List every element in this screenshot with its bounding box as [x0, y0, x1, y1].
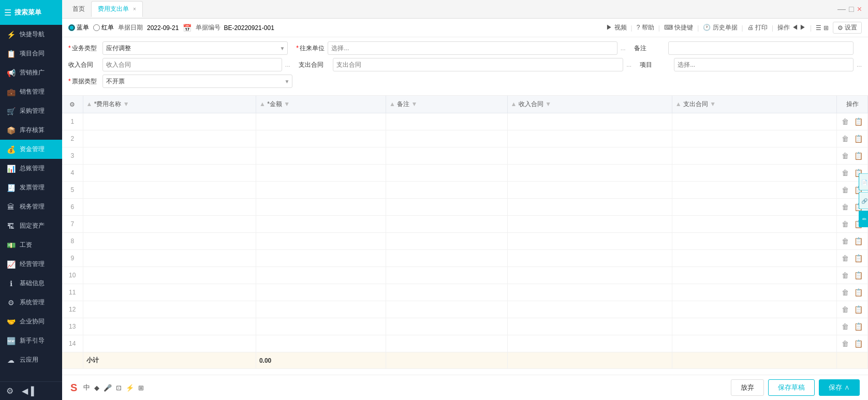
- row-amount[interactable]: [256, 301, 386, 318]
- row-amount[interactable]: [256, 199, 386, 216]
- copy-row-button[interactable]: 📋: [852, 116, 864, 127]
- row-expense-name[interactable]: [83, 250, 256, 267]
- sidebar-item-enterprise-collab[interactable]: 🤝 企业协同: [0, 312, 62, 331]
- delete-row-button[interactable]: 🗑: [840, 202, 850, 212]
- row-remark[interactable]: [386, 182, 507, 199]
- copy-row-button[interactable]: 📋: [852, 236, 864, 246]
- row-amount[interactable]: [256, 335, 386, 352]
- row-remark[interactable]: [386, 216, 507, 233]
- row-expense-name[interactable]: [83, 165, 256, 182]
- row-amount[interactable]: [256, 216, 386, 233]
- shortcut-link[interactable]: ⌨ 快捷键: [664, 23, 693, 32]
- row-remark[interactable]: [386, 301, 507, 318]
- copy-row-button[interactable]: 📋: [852, 253, 864, 263]
- sort-down5-icon[interactable]: ▼: [710, 100, 716, 108]
- row-expense-contract[interactable]: [672, 301, 836, 318]
- row-expense-name[interactable]: [83, 318, 256, 335]
- brand-zhong-icon[interactable]: 中: [83, 383, 90, 392]
- business-type-select[interactable]: 应付调整: [102, 41, 288, 55]
- delete-row-button[interactable]: 🗑: [840, 185, 850, 195]
- row-expense-contract[interactable]: [672, 233, 836, 250]
- side-tab-paper[interactable]: 📄: [859, 173, 868, 190]
- row-remark[interactable]: [386, 165, 507, 182]
- delete-row-button[interactable]: 🗑: [840, 151, 850, 161]
- abandon-button[interactable]: 放弃: [731, 379, 764, 396]
- row-income-contract[interactable]: [507, 113, 672, 130]
- row-remark[interactable]: [386, 335, 507, 352]
- income-contract-input[interactable]: [102, 58, 282, 71]
- red-bill-radio[interactable]: 红单: [93, 23, 114, 32]
- row-amount[interactable]: [256, 318, 386, 335]
- row-amount[interactable]: [256, 233, 386, 250]
- sidebar-item-purchase-mgmt[interactable]: 🛒 采购管理: [0, 101, 62, 121]
- settings-button[interactable]: ⚙ 设置: [833, 22, 862, 34]
- row-income-contract[interactable]: [507, 130, 672, 147]
- row-expense-name[interactable]: [83, 301, 256, 318]
- table-settings-icon[interactable]: ⚙: [62, 96, 83, 113]
- row-expense-name[interactable]: [83, 182, 256, 199]
- sidebar-header[interactable]: ☰ 搜索菜单: [0, 0, 62, 25]
- sidebar-item-fixed-assets[interactable]: 🏗 固定资产: [0, 216, 62, 235]
- row-income-contract[interactable]: [507, 233, 672, 250]
- sidebar-item-sales-mgmt[interactable]: 💼 销售管理: [0, 82, 62, 101]
- audio-icon[interactable]: ◀▐: [22, 386, 34, 396]
- sort-up3-icon[interactable]: ▲: [389, 100, 395, 108]
- sidebar-search-label[interactable]: 搜索菜单: [14, 8, 41, 17]
- row-income-contract[interactable]: [507, 165, 672, 182]
- brand-box-icon[interactable]: ⊡: [116, 384, 122, 392]
- save-draft-button[interactable]: 保存草稿: [768, 379, 815, 396]
- sort-up4-icon[interactable]: ▲: [511, 100, 517, 108]
- sort-down3-icon[interactable]: ▼: [411, 100, 417, 108]
- sort-down-icon[interactable]: ▼: [123, 100, 129, 108]
- row-remark[interactable]: [386, 113, 507, 130]
- row-expense-name[interactable]: [83, 113, 256, 130]
- delete-row-button[interactable]: 🗑: [840, 116, 850, 127]
- copy-row-button[interactable]: 📋: [852, 304, 864, 315]
- row-expense-contract[interactable]: [672, 284, 836, 301]
- sort-down2-icon[interactable]: ▼: [284, 100, 290, 108]
- side-tab-link[interactable]: 🔗: [859, 191, 868, 209]
- tab-expense[interactable]: 费用支出单 ×: [91, 1, 143, 17]
- row-amount[interactable]: [256, 113, 386, 130]
- close-button[interactable]: ×: [857, 5, 862, 14]
- row-amount[interactable]: [256, 284, 386, 301]
- delete-row-button[interactable]: 🗑: [840, 321, 850, 332]
- list-view-icon[interactable]: ☰: [816, 24, 821, 32]
- row-income-contract[interactable]: [507, 284, 672, 301]
- row-expense-contract[interactable]: [672, 216, 836, 233]
- row-expense-contract[interactable]: [672, 147, 836, 165]
- delete-row-button[interactable]: 🗑: [840, 168, 850, 178]
- sidebar-item-ledger-mgmt[interactable]: 📊 总账管理: [0, 159, 62, 178]
- brand-diamond-icon[interactable]: ◆: [94, 384, 99, 392]
- row-expense-name[interactable]: [83, 130, 256, 147]
- close-tab-icon[interactable]: ×: [133, 6, 136, 12]
- income-contract-more-icon[interactable]: ...: [285, 61, 290, 68]
- delete-row-button[interactable]: 🗑: [840, 338, 850, 349]
- row-expense-name[interactable]: [83, 216, 256, 233]
- row-expense-name[interactable]: [83, 233, 256, 250]
- row-income-contract[interactable]: [507, 267, 672, 284]
- delete-row-button[interactable]: 🗑: [840, 304, 850, 315]
- row-remark[interactable]: [386, 233, 507, 250]
- sidebar-item-system-mgmt[interactable]: ⚙ 系统管理: [0, 293, 62, 312]
- sidebar-item-quick-nav[interactable]: ⚡ 快捷导航: [0, 25, 62, 44]
- sidebar-item-new-guide[interactable]: 🆕 新手引导: [0, 331, 62, 350]
- sidebar-item-inventory[interactable]: 📦 库存核算: [0, 121, 62, 140]
- help-link[interactable]: ? 帮助: [637, 23, 654, 32]
- brand-mic-icon[interactable]: 🎤: [104, 384, 112, 392]
- row-amount[interactable]: [256, 165, 386, 182]
- row-amount[interactable]: [256, 267, 386, 284]
- row-expense-contract[interactable]: [672, 318, 836, 335]
- remark-input[interactable]: [668, 41, 854, 55]
- sort-up2-icon[interactable]: ▲: [259, 100, 266, 108]
- row-income-contract[interactable]: [507, 147, 672, 165]
- row-expense-contract[interactable]: [672, 182, 836, 199]
- row-expense-name[interactable]: [83, 335, 256, 352]
- party-more-icon[interactable]: ...: [621, 45, 626, 52]
- settings-icon[interactable]: ⚙: [6, 386, 13, 396]
- row-income-contract[interactable]: [507, 318, 672, 335]
- delete-row-button[interactable]: 🗑: [840, 287, 850, 298]
- row-income-contract[interactable]: [507, 199, 672, 216]
- row-remark[interactable]: [386, 318, 507, 335]
- sidebar-item-marketing[interactable]: 📢 营销推广: [0, 63, 62, 82]
